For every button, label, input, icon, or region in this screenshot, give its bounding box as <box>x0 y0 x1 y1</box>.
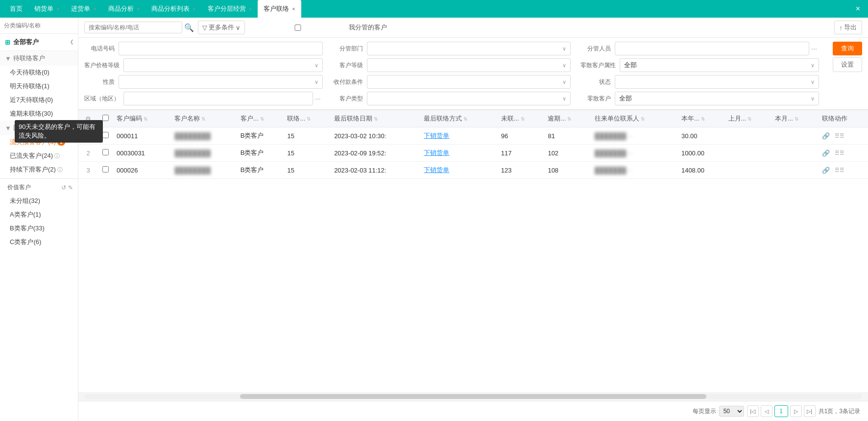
filter-price-level: 客户价格等级 ∨ <box>84 58 323 72</box>
customer-type-select[interactable]: ∨ <box>367 92 571 105</box>
info-icon-churned[interactable]: ⓘ <box>54 152 60 160</box>
row-checkbox[interactable] <box>102 166 109 173</box>
select-all-checkbox[interactable] <box>102 115 109 121</box>
prev-page-button[interactable]: ◁ <box>761 405 772 417</box>
row-num: 2 <box>78 145 98 162</box>
dept-select[interactable]: ∨ <box>367 42 571 55</box>
filter-dept: 分管部门 ∨ <box>333 42 571 55</box>
search-button[interactable]: 🔍 <box>184 23 194 32</box>
nature-select[interactable]: ∨ <box>119 75 323 89</box>
sidebar-item-7days[interactable]: 近7天待联络(0) <box>0 93 78 107</box>
sidebar-all-customers[interactable]: ⊞ 全部客户 《 <box>0 34 78 51</box>
sort-icon-overdue[interactable]: ⇅ <box>567 116 571 122</box>
phone-input[interactable] <box>119 42 323 55</box>
sidebar-item-class-c[interactable]: C类客户(6) <box>0 235 78 249</box>
sidebar-item-class-a[interactable]: A类客户(1) <box>0 208 78 222</box>
info-icon-declining[interactable]: ⓘ <box>57 166 63 173</box>
last-method-link[interactable]: 下销货单 <box>424 132 449 139</box>
last-method-link[interactable]: 下销货单 <box>424 149 449 156</box>
sort-icon-last-month[interactable]: ⇅ <box>747 116 751 122</box>
more-filter-button[interactable]: ▽ 更多条件 ∨ <box>198 21 245 34</box>
price-level-select[interactable]: ∨ <box>123 58 323 72</box>
nav-product-list[interactable]: 商品分析列表 × <box>145 0 201 18</box>
nav-product-list-close[interactable]: × <box>193 6 195 12</box>
action-more-icon[interactable]: ⠿⠿ <box>835 167 844 174</box>
sidebar-value-customer-group[interactable]: 价值客户 ↺ ✎ <box>0 181 78 194</box>
sort-icon-this-month[interactable]: ⇅ <box>795 116 798 122</box>
collapse-icon[interactable]: 《 <box>68 39 73 46</box>
manager-input[interactable] <box>615 42 809 55</box>
sort-icon-name[interactable]: ⇅ <box>201 116 205 122</box>
sidebar-item-today[interactable]: 今天待联络(0) <box>0 66 78 79</box>
row-overdue: 81 <box>544 127 591 145</box>
action-link-icon[interactable]: 🔗 <box>822 132 830 140</box>
page-size-select[interactable]: 50 100 200 <box>719 406 744 417</box>
sort-icon-code[interactable]: ⇅ <box>144 116 147 122</box>
nav-customer-contact[interactable]: 客户联络 × <box>258 0 301 18</box>
customer-table: ⚙ 客户编码 ⇅ 客户名称 <box>78 110 868 179</box>
th-overdue: 逾期... ⇅ <box>544 110 591 127</box>
sort-icon-contact[interactable]: ⇅ <box>307 116 311 122</box>
nav-home[interactable]: 首页 <box>4 0 28 18</box>
next-page-button[interactable]: ▷ <box>790 405 802 417</box>
export-icon: ↑ <box>840 24 843 31</box>
nav-product-analysis[interactable]: 商品分析 × <box>102 0 145 18</box>
edit-icon[interactable]: ✎ <box>68 184 73 191</box>
nav-purchase-close[interactable]: × <box>93 6 96 12</box>
scattered-customer-select[interactable]: 全部 ∨ <box>615 92 819 105</box>
last-method-link[interactable]: 下销货单 <box>424 166 449 173</box>
sidebar-item-tomorrow[interactable]: 明天待联络(1) <box>0 79 78 93</box>
sort-icon-last-date[interactable]: ⇅ <box>374 116 378 122</box>
customer-level-select[interactable]: ∨ <box>367 58 571 72</box>
action-more-icon[interactable]: ⠿⠿ <box>835 149 844 157</box>
export-button[interactable]: ↑ 导出 <box>834 21 863 34</box>
action-link-icon[interactable]: 🔗 <box>822 149 830 157</box>
last-page-button[interactable]: ▷| <box>804 405 816 417</box>
row-checkbox[interactable] <box>102 149 109 155</box>
nav-purchase[interactable]: 进货单 × <box>65 0 102 18</box>
row-unlinked: 117 <box>497 145 544 162</box>
region-more-icon[interactable]: ··· <box>313 95 323 102</box>
manager-more-icon[interactable]: ··· <box>809 45 819 52</box>
action-link-icon[interactable]: 🔗 <box>822 167 830 174</box>
region-input[interactable] <box>123 92 313 105</box>
nav-sales[interactable]: 销货单 × <box>28 0 65 18</box>
query-button[interactable]: 查询 <box>833 42 862 55</box>
status-select[interactable]: ∨ <box>615 75 819 89</box>
sidebar-item-churned[interactable]: 已流失客户(24) ⓘ <box>0 149 78 163</box>
sort-icon-type[interactable]: ⇅ <box>260 116 264 122</box>
chevron-down-icon: ∨ <box>236 24 241 31</box>
settings-button[interactable]: 设置 <box>833 57 862 72</box>
my-customers-checkbox[interactable] <box>249 25 347 31</box>
scattered-attr-select[interactable]: 全部 ∨ <box>620 58 819 72</box>
first-page-button[interactable]: |◁ <box>747 405 759 417</box>
nav-customer-layer-close[interactable]: × <box>249 6 252 12</box>
action-more-icon[interactable]: ⠿⠿ <box>835 132 844 140</box>
sidebar-item-declining[interactable]: 持续下滑客户(2) ⓘ <box>0 163 78 176</box>
nav-product-analysis-close[interactable]: × <box>137 6 140 12</box>
sidebar-item-ungrouped[interactable]: 未分组(32) <box>0 194 78 208</box>
status-arrow-icon: ∨ <box>811 79 815 85</box>
window-close-button[interactable]: × <box>852 4 864 13</box>
search-input[interactable] <box>84 22 182 33</box>
sidebar-group-pending[interactable]: ▼ 待联络客户 <box>0 51 78 66</box>
row-this-year: 1408.00 <box>677 162 724 179</box>
row-checkbox[interactable] <box>102 132 109 138</box>
sidebar-item-class-b[interactable]: B类客户(33) <box>0 222 78 235</box>
sort-icon-last-method[interactable]: ⇅ <box>463 116 467 122</box>
sort-icon-unlinked[interactable]: ⇅ <box>521 116 525 122</box>
horizontal-scrollbar[interactable] <box>84 394 862 399</box>
customer-type-arrow-icon: ∨ <box>562 96 566 102</box>
row-type: B类客户 <box>237 145 284 162</box>
th-action: 联络动作 <box>818 110 868 127</box>
sort-icon-this-year[interactable]: ⇅ <box>701 116 705 122</box>
nav-customer-contact-close[interactable]: × <box>292 6 295 12</box>
sidebar-search-input[interactable] <box>4 22 77 29</box>
payment-select[interactable]: ∨ <box>367 75 571 89</box>
filter-row-2: 客户价格等级 ∨ 客户等级 ∨ <box>84 58 819 72</box>
sidebar-item-overdue[interactable]: 逾期未联络(30) <box>0 107 78 121</box>
nav-sales-close[interactable]: × <box>56 6 59 12</box>
refresh-icon[interactable]: ↺ <box>61 184 66 191</box>
nav-customer-layer[interactable]: 客户分层经营 × <box>202 0 258 18</box>
sort-icon-liaison[interactable]: ⇅ <box>641 116 645 122</box>
